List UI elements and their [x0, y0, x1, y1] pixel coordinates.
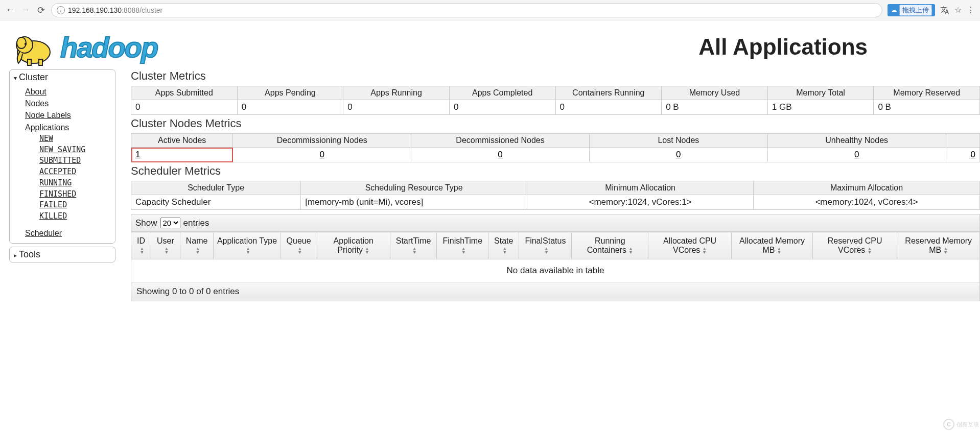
nav-link-finished[interactable]: FINISHED — [39, 189, 111, 200]
info-icon[interactable]: i — [57, 6, 65, 14]
td-max-allocation: <memory:1024, vCores:4> — [754, 195, 980, 210]
sidebar: Cluster About Nodes Node Labels Applicat… — [9, 69, 115, 301]
th-apps-pending: Apps Pending — [237, 86, 343, 100]
elephant-icon — [9, 27, 60, 67]
browser-toolbar: ← → ⟳ i 192.168.190.130:8088/cluster ☁ 拖… — [0, 0, 980, 20]
col-state[interactable]: State▲▼ — [488, 232, 519, 259]
table-node-metrics: Active Nodes Decommissioning Nodes Decom… — [131, 133, 980, 162]
show-label-post: entries — [183, 218, 209, 228]
svg-rect-5 — [39, 59, 42, 65]
nav-box-tools: Tools — [9, 247, 115, 262]
td-apps-submitted: 0 — [131, 100, 238, 115]
nav-link-node-labels[interactable]: Node Labels — [25, 109, 111, 121]
th-scheduler-type: Scheduler Type — [131, 181, 301, 195]
nav-link-new-saving[interactable]: NEW_SAVING — [39, 145, 111, 156]
nav-box-cluster: Cluster About Nodes Node Labels Applicat… — [9, 69, 115, 244]
col-finalstatus[interactable]: FinalStatus▲▼ — [519, 232, 572, 259]
col-app-type[interactable]: Application Type▲▼ — [214, 232, 281, 259]
url-bar[interactable]: i 192.168.190.130:8088/cluster — [51, 3, 882, 17]
datatable-length-control: Show 20 entries — [131, 214, 980, 232]
nav-head-tools[interactable]: Tools — [10, 247, 115, 262]
page-title: All Applications — [698, 34, 868, 60]
td-scheduling-resource-type: [memory-mb (unit=Mi), vcores] — [301, 195, 527, 210]
no-data-row: No data available in table — [131, 259, 980, 282]
table-cluster-metrics: Apps Submitted Apps Pending Apps Running… — [131, 86, 980, 115]
col-finishtime[interactable]: FinishTime▲▼ — [437, 232, 488, 259]
svg-point-3 — [25, 43, 27, 45]
th-apps-running: Apps Running — [343, 86, 450, 100]
nav-link-killed[interactable]: KILLED — [39, 211, 111, 222]
td-decommissioned-nodes[interactable]: 0 — [411, 148, 590, 162]
col-reserved-vcores[interactable]: Reserved CPU VCores▲▼ — [812, 232, 897, 259]
show-label-pre: Show — [135, 218, 157, 228]
reload-button[interactable]: ⟳ — [36, 5, 46, 15]
th-apps-completed: Apps Completed — [449, 86, 555, 100]
datatable-info: Showing 0 to 0 of 0 entries — [131, 282, 980, 301]
back-button[interactable]: ← — [5, 5, 15, 15]
td-decommissioning-nodes[interactable]: 0 — [233, 148, 411, 162]
url-host: 192.168.190.130 — [68, 6, 122, 14]
upload-extension[interactable]: ☁ 拖拽上传 — [888, 4, 935, 16]
col-app-priority[interactable]: Application Priority▲▼ — [317, 232, 390, 259]
table-applications: ID▲▼ User▲▼ Name▲▼ Application Type▲▼ Qu… — [131, 232, 980, 282]
col-reserved-mb[interactable]: Reserved Memory MB▲▼ — [897, 232, 980, 259]
td-memory-reserved: 0 B — [874, 100, 980, 115]
td-lost-nodes[interactable]: 0 — [589, 148, 767, 162]
col-id[interactable]: ID▲▼ — [131, 232, 151, 259]
section-scheduler > metrics: Scheduler Metrics — [131, 164, 980, 178]
col-name[interactable]: Name▲▼ — [180, 232, 214, 259]
hadoop-wordmark: hadoop — [60, 31, 157, 64]
td-apps-pending: 0 — [237, 100, 343, 115]
page-header: hadoop All Applications — [0, 20, 980, 69]
entries-select[interactable]: 20 — [160, 218, 180, 228]
th-scheduling-resource-type: Scheduling Resource Type — [301, 181, 527, 195]
col-queue[interactable]: Queue▲▼ — [281, 232, 317, 259]
nav-link-scheduler[interactable]: Scheduler — [25, 227, 111, 239]
nav-link-failed[interactable]: FAILED — [39, 200, 111, 211]
th-decommissioning-nodes: Decommissioning Nodes — [233, 134, 411, 148]
url-port: :8088 — [122, 6, 139, 14]
td-containers-running: 0 — [555, 100, 662, 115]
nav-link-submitted[interactable]: SUBMITTED — [39, 155, 111, 166]
nav-head-cluster[interactable]: Cluster — [10, 70, 115, 85]
th-max-allocation: Maximum Allocation — [754, 181, 980, 195]
forward-button[interactable]: → — [20, 5, 31, 15]
hadoop-logo[interactable]: hadoop — [9, 27, 157, 67]
section-cluster-metrics: Cluster Metrics — [131, 69, 980, 83]
nav-link-running[interactable]: RUNNING — [39, 178, 111, 189]
url-path: /cluster — [139, 6, 162, 14]
table-scheduler-metrics: Scheduler Type Scheduling Resource Type … — [131, 181, 980, 210]
upload-extension-label: 拖拽上传 — [899, 5, 932, 16]
menu-icon[interactable]: ⋮ — [967, 5, 975, 15]
col-user[interactable]: User▲▼ — [151, 232, 180, 259]
col-allocated-mb[interactable]: Allocated Memory MB▲▼ — [732, 232, 813, 259]
th-containers-running: Containers Running — [555, 86, 662, 100]
nav-link-nodes[interactable]: Nodes — [25, 98, 111, 109]
extension-area: ☁ 拖拽上传 ☆ ⋮ — [888, 4, 975, 16]
td-extra[interactable]: 0 — [946, 148, 979, 162]
nav-link-accepted[interactable]: ACCEPTED — [39, 166, 111, 178]
td-apps-running: 0 — [343, 100, 450, 115]
nav-link-applications[interactable]: Applications — [25, 122, 111, 133]
bookmark-star-icon[interactable]: ☆ — [954, 5, 962, 15]
td-scheduler-type: Capacity Scheduler — [131, 195, 301, 210]
col-running-containers[interactable]: Running Containers▲▼ — [572, 232, 648, 259]
col-allocated-vcores[interactable]: Allocated CPU VCores▲▼ — [648, 232, 732, 259]
nav-link-new[interactable]: NEW — [39, 133, 111, 145]
col-starttime[interactable]: StartTime▲▼ — [390, 232, 437, 259]
section-node-metrics: Cluster Nodes Metrics — [131, 117, 980, 130]
th-decommissioned-nodes: Decommissioned Nodes — [411, 134, 590, 148]
svg-rect-4 — [28, 59, 31, 65]
td-min-allocation: <memory:1024, vCores:1> — [527, 195, 754, 210]
th-extra — [946, 134, 979, 148]
th-memory-total: Memory Total — [767, 86, 874, 100]
svg-point-2 — [17, 37, 26, 49]
td-unhealthy-nodes[interactable]: 0 — [767, 148, 946, 162]
nav-link-about[interactable]: About — [25, 86, 111, 98]
translate-icon[interactable] — [940, 6, 949, 15]
th-memory-reserved: Memory Reserved — [874, 86, 980, 100]
td-apps-completed: 0 — [449, 100, 555, 115]
th-memory-used: Memory Used — [662, 86, 768, 100]
td-active-nodes[interactable]: 1 — [131, 148, 233, 162]
td-memory-used: 0 B — [662, 100, 768, 115]
